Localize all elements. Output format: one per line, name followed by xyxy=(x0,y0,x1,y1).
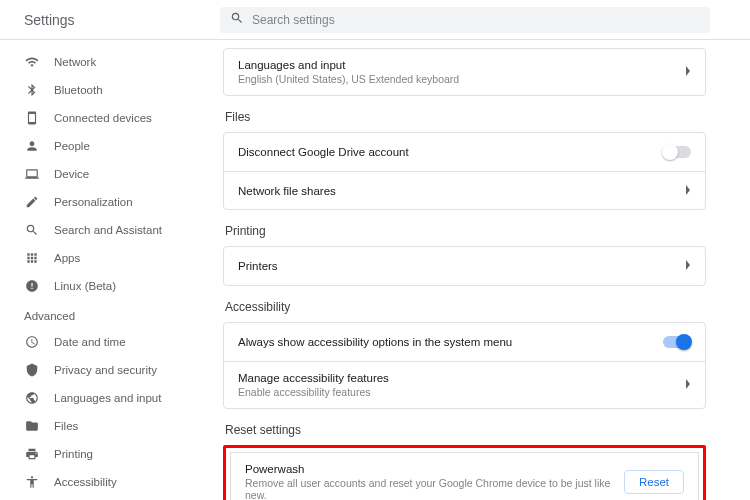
sidebar-item-label: Accessibility xyxy=(54,476,117,488)
sidebar-item-label: Date and time xyxy=(54,336,126,348)
shield-icon xyxy=(24,362,40,378)
row-title: Network file shares xyxy=(238,185,685,197)
sidebar-item-label: Personalization xyxy=(54,196,133,208)
sidebar-item-label: Connected devices xyxy=(54,112,152,124)
sidebar-item-languages[interactable]: Languages and input xyxy=(24,384,205,412)
sidebar-item-label: Files xyxy=(54,420,78,432)
reset-section-head: Reset settings xyxy=(225,423,706,437)
powerwash-card: Powerwash Remove all user accounts and r… xyxy=(230,452,699,500)
row-sub: Remove all user accounts and reset your … xyxy=(245,477,612,500)
person-icon xyxy=(24,138,40,154)
sidebar-item-label: Search and Assistant xyxy=(54,224,162,236)
sidebar-item-date-time[interactable]: Date and time xyxy=(24,328,205,356)
sidebar-item-label: Apps xyxy=(54,252,80,264)
printing-section-head: Printing xyxy=(225,224,706,238)
always-show-a11y-row[interactable]: Always show accessibility options in the… xyxy=(224,323,705,361)
always-show-a11y-toggle[interactable] xyxy=(663,336,691,348)
folder-icon xyxy=(24,418,40,434)
main-content: Languages and input English (United Stat… xyxy=(205,40,750,500)
sidebar-item-label: Network xyxy=(54,56,96,68)
globe-icon xyxy=(24,390,40,406)
wifi-icon xyxy=(24,54,40,70)
powerwash-row: Powerwash Remove all user accounts and r… xyxy=(231,453,698,500)
chevron-right-icon xyxy=(685,378,691,392)
row-title: Always show accessibility options in the… xyxy=(238,336,663,348)
search-input[interactable] xyxy=(252,13,700,27)
sidebar-item-accessibility[interactable]: Accessibility xyxy=(24,468,205,496)
printing-card: Printers xyxy=(223,246,706,286)
accessibility-icon xyxy=(24,474,40,490)
sidebar-item-personalization[interactable]: Personalization xyxy=(24,188,205,216)
sidebar-item-connected-devices[interactable]: Connected devices xyxy=(24,104,205,132)
row-title: Printers xyxy=(238,260,685,272)
row-title: Disconnect Google Drive account xyxy=(238,146,663,158)
pencil-icon xyxy=(24,194,40,210)
header: Settings xyxy=(0,0,750,40)
sidebar-item-search-assistant[interactable]: Search and Assistant xyxy=(24,216,205,244)
languages-row[interactable]: Languages and input English (United Stat… xyxy=(224,49,705,95)
magnifier-icon xyxy=(24,222,40,238)
page-title: Settings xyxy=(0,12,220,28)
search-icon xyxy=(230,11,244,28)
row-title: Languages and input xyxy=(238,59,685,71)
sidebar-item-label: People xyxy=(54,140,90,152)
chevron-right-icon xyxy=(685,65,691,79)
manage-a11y-row[interactable]: Manage accessibility features Enable acc… xyxy=(224,361,705,408)
row-sub: English (United States), US Extended key… xyxy=(238,73,685,85)
sidebar-item-people[interactable]: People xyxy=(24,132,205,160)
apps-icon xyxy=(24,250,40,266)
chevron-right-icon xyxy=(685,184,691,198)
sidebar-item-network[interactable]: Network xyxy=(24,48,205,76)
sidebar-item-label: Device xyxy=(54,168,89,180)
sidebar-item-reset[interactable]: Reset settings xyxy=(24,496,205,500)
files-section-head: Files xyxy=(225,110,706,124)
sidebar-item-label: Linux (Beta) xyxy=(54,280,116,292)
sidebar-item-linux[interactable]: Linux (Beta) xyxy=(24,272,205,300)
accessibility-card: Always show accessibility options in the… xyxy=(223,322,706,409)
sidebar-item-privacy[interactable]: Privacy and security xyxy=(24,356,205,384)
languages-card: Languages and input English (United Stat… xyxy=(223,48,706,96)
network-shares-row[interactable]: Network file shares xyxy=(224,171,705,209)
clock-icon xyxy=(24,334,40,350)
sidebar-item-bluetooth[interactable]: Bluetooth xyxy=(24,76,205,104)
printers-row[interactable]: Printers xyxy=(224,247,705,285)
chevron-right-icon xyxy=(685,259,691,273)
sidebar-item-files[interactable]: Files xyxy=(24,412,205,440)
sidebar-item-label: Bluetooth xyxy=(54,84,103,96)
sidebar-item-label: Privacy and security xyxy=(54,364,157,376)
reset-button[interactable]: Reset xyxy=(624,470,684,494)
highlight-box: Powerwash Remove all user accounts and r… xyxy=(223,445,706,500)
bluetooth-icon xyxy=(24,82,40,98)
sidebar: Network Bluetooth Connected devices Peop… xyxy=(0,40,205,500)
printer-icon xyxy=(24,446,40,462)
files-card: Disconnect Google Drive account Network … xyxy=(223,132,706,210)
advanced-label[interactable]: Advanced xyxy=(24,310,205,322)
sidebar-item-apps[interactable]: Apps xyxy=(24,244,205,272)
row-title: Manage accessibility features xyxy=(238,372,685,384)
sidebar-item-device[interactable]: Device xyxy=(24,160,205,188)
accessibility-section-head: Accessibility xyxy=(225,300,706,314)
sidebar-item-label: Languages and input xyxy=(54,392,161,404)
sidebar-item-label: Printing xyxy=(54,448,93,460)
disconnect-drive-toggle[interactable] xyxy=(663,146,691,158)
phone-icon xyxy=(24,110,40,126)
laptop-icon xyxy=(24,166,40,182)
search-container[interactable] xyxy=(220,7,710,33)
linux-icon xyxy=(24,278,40,294)
row-sub: Enable accessibility features xyxy=(238,386,685,398)
sidebar-item-printing[interactable]: Printing xyxy=(24,440,205,468)
disconnect-drive-row[interactable]: Disconnect Google Drive account xyxy=(224,133,705,171)
row-title: Powerwash xyxy=(245,463,612,475)
